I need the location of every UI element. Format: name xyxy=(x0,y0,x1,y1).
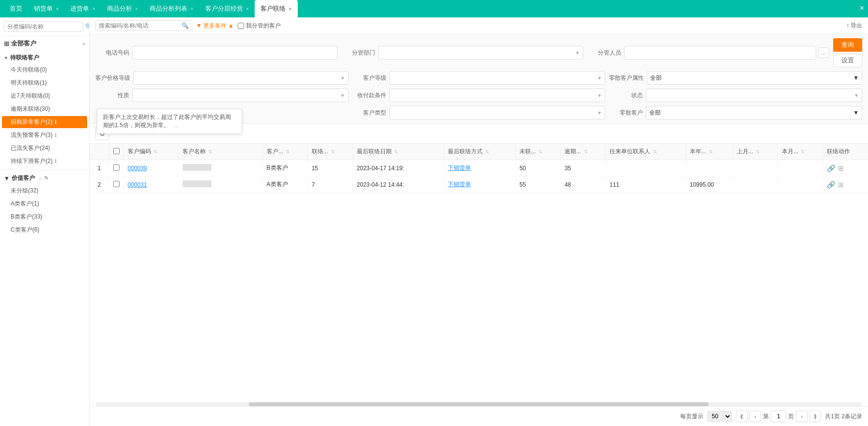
filter-manager-select[interactable] xyxy=(624,46,816,59)
nav-close-active-icon[interactable]: × xyxy=(289,6,291,12)
query-button[interactable]: 查询 xyxy=(833,38,862,52)
prev-page-button[interactable]: ‹ xyxy=(749,411,761,422)
col-contact-count[interactable]: 联络... ⇅ xyxy=(307,144,352,160)
page-number-input[interactable] xyxy=(771,411,786,422)
tooltip-more-icon[interactable]: ... xyxy=(174,122,179,129)
main-search-input[interactable] xyxy=(99,22,182,29)
first-page-button[interactable]: ⟪ xyxy=(736,411,747,422)
code-sort-icon: ⇅ xyxy=(153,149,157,154)
my-customers-checkbox-wrap[interactable]: 我分管的客户 xyxy=(238,22,281,30)
sidebar-item-overdue-pending[interactable]: 逾期未联络(30) xyxy=(2,103,87,115)
customer-table: 客户编码 ⇅ 客户名称 ⇅ 客户... ⇅ 联络... xyxy=(90,144,868,193)
my-customers-checkbox[interactable] xyxy=(238,23,244,29)
filter-customer-level-select[interactable]: ▼ xyxy=(389,71,606,85)
filter-dept-select[interactable]: ▼ xyxy=(378,46,583,59)
row2-contact-count: 7 xyxy=(307,176,352,193)
row2-actions: 🔗 ⊞ xyxy=(823,176,868,193)
sidebar-item-lost-warning[interactable]: 流失预警客户(3) ℹ xyxy=(2,129,87,141)
more-filter-button[interactable]: ▼ 更多条件 ▲ xyxy=(196,22,234,30)
nav-customer-tier[interactable]: 客户分层经营 × xyxy=(199,0,255,17)
col-last-month[interactable]: 上月... ⇅ xyxy=(732,144,777,160)
next-page-button[interactable]: › xyxy=(796,411,807,422)
window-close-button[interactable]: × xyxy=(860,4,864,13)
col-level[interactable]: 客户... ⇅ xyxy=(262,144,307,160)
row1-checkbox[interactable] xyxy=(113,164,120,171)
sidebar: 🔍 ⊞ 全部客户 » 待联络客户 今天待联络(0) 明天待联络(1) 近7天待联… xyxy=(0,17,90,426)
table-header-row: 客户编码 ⇅ 客户名称 ⇅ 客户... ⇅ 联络... xyxy=(90,144,868,160)
col-last-contact-date[interactable]: 最后联络日期 ⇅ xyxy=(352,144,443,160)
filter-retail-attr-select[interactable]: 全部 ▼ xyxy=(647,71,862,85)
row1-last-contact-method[interactable]: 下销货单 xyxy=(443,160,515,176)
col-current-year[interactable]: 本年... ⇅ xyxy=(685,144,732,160)
sidebar-item-declining[interactable]: 持续下滑客户(2) ℹ xyxy=(2,155,87,167)
sidebar-item-lost[interactable]: 已流失客户(24) xyxy=(2,142,87,154)
sidebar-all-customers[interactable]: ⊞ 全部客户 » xyxy=(0,36,89,51)
filter-status-select[interactable]: ▼ xyxy=(646,88,862,102)
row2-last-contact-date: 2023-04-12 14:44: xyxy=(352,176,443,193)
col-last-contact-method[interactable]: 最后联络方式 ⇅ xyxy=(443,144,515,160)
row2-last-contact-method[interactable]: 下销货单 xyxy=(443,176,515,193)
nav-customer-contact[interactable]: 客户联络 × xyxy=(255,0,297,17)
export-button[interactable]: ↑ 导出 xyxy=(846,22,862,30)
nav-close-icon[interactable]: × xyxy=(246,6,249,12)
row1-grid-icon[interactable]: ⊞ xyxy=(838,164,844,172)
pagination: ⟪ ‹ 第 页 › ⟫ xyxy=(736,411,821,422)
table-horizontal-scrollbar[interactable] xyxy=(95,402,862,406)
filter-manager-cell: 分管人员 ... xyxy=(587,46,829,59)
col-uncontacted[interactable]: 未联... ⇅ xyxy=(516,144,561,160)
col-current-month[interactable]: 本月... ⇅ xyxy=(777,144,822,160)
nav-close-icon[interactable]: × xyxy=(190,6,193,12)
sidebar-item-tomorrow-pending[interactable]: 明天待联络(1) xyxy=(2,77,87,89)
sidebar-search-icon[interactable]: 🔍 xyxy=(85,23,90,30)
value-group-edit-icon[interactable]: ✎ xyxy=(44,175,48,181)
nav-close-icon[interactable]: × xyxy=(135,6,138,12)
row2-code[interactable]: 000031 xyxy=(123,176,178,193)
nav-product-analysis[interactable]: 商品分析 × xyxy=(101,0,144,17)
chevron-up-icon: ▲ xyxy=(228,22,234,29)
nav-close-icon[interactable]: × xyxy=(92,6,95,12)
row2-checkbox[interactable] xyxy=(113,181,120,187)
col-name[interactable]: 客户名称 ⇅ xyxy=(178,144,262,160)
filter-manager-wrap: ... xyxy=(624,46,829,59)
sidebar-item-today-pending[interactable]: 今天待联络(0) xyxy=(2,64,87,76)
filter-customer-type-select[interactable]: ▼ xyxy=(389,106,606,119)
sidebar-search-input[interactable] xyxy=(4,21,83,32)
manager-dots-button[interactable]: ... xyxy=(818,47,829,58)
filter-retail-customer-select[interactable]: 全部 ▼ xyxy=(646,106,862,119)
filter-phone-input[interactable] xyxy=(132,46,337,59)
row1-link-icon[interactable]: 🔗 xyxy=(827,164,835,172)
collapse-icon[interactable]: » xyxy=(82,41,85,46)
scrollbar-thumb[interactable] xyxy=(249,402,709,406)
rebuy-info-icon[interactable]: ℹ xyxy=(55,119,57,125)
col-contact-person[interactable]: 往来单位联系人 ⇅ xyxy=(606,144,685,160)
last-page-button[interactable]: ⟫ xyxy=(809,411,821,422)
filter-status-cell: 状态 ▼ xyxy=(609,88,862,102)
filter-payment-select[interactable]: ▼ xyxy=(389,88,606,102)
nav-purchase-order[interactable]: 进货单 × xyxy=(64,0,101,17)
sidebar-item-rebuy-abnormal[interactable]: 回购异常客户(2) ℹ xyxy=(2,116,87,128)
settings-button[interactable]: 设置 xyxy=(833,54,862,67)
sidebar-item-a-class[interactable]: A类客户(1) xyxy=(2,198,87,210)
row2-link-icon[interactable]: 🔗 xyxy=(827,181,835,189)
sidebar-item-c-class[interactable]: C类客户(6) xyxy=(2,224,87,236)
page-size-select[interactable]: 50 20 100 xyxy=(707,411,732,422)
filter-price-level-select[interactable]: ▼ xyxy=(133,71,349,85)
row1-code[interactable]: 000039 xyxy=(123,160,178,176)
main-search-icon[interactable]: 🔍 xyxy=(182,22,189,29)
sidebar-item-b-class[interactable]: B类客户(33) xyxy=(2,211,87,223)
nav-sales-order[interactable]: 销货单 × xyxy=(28,0,64,17)
nav-home[interactable]: 首页 xyxy=(4,0,28,17)
sidebar-item-7day-pending[interactable]: 近7天待联络(0) xyxy=(2,90,87,102)
select-all-checkbox[interactable] xyxy=(113,148,120,154)
filter-gender-select[interactable]: ▼ xyxy=(132,88,349,102)
sidebar-item-ungrouped[interactable]: 未分组(32) xyxy=(2,185,87,197)
nav-product-analysis-list[interactable]: 商品分析列表 × xyxy=(144,0,199,17)
col-overdue[interactable]: 逾期... ⇅ xyxy=(561,144,606,160)
nav-close-icon[interactable]: × xyxy=(56,6,59,12)
level-sort-icon: ⇅ xyxy=(286,149,289,154)
value-group-circle-icon[interactable]: ○ xyxy=(39,176,42,181)
sidebar-pending-group[interactable]: 待联络客户 xyxy=(0,51,89,63)
sidebar-search-area: 🔍 xyxy=(0,17,89,36)
col-code[interactable]: 客户编码 ⇅ xyxy=(123,144,178,160)
row2-grid-icon[interactable]: ⊞ xyxy=(838,181,844,189)
